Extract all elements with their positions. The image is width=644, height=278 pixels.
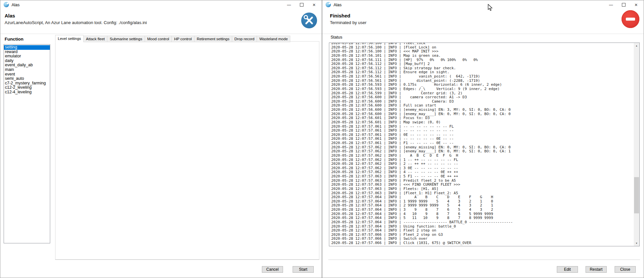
header-divider: [0, 34, 322, 34]
mouse-cursor: [488, 4, 493, 11]
minimize-button[interactable]: —: [605, 0, 617, 9]
edit-button[interactable]: Edit: [557, 266, 578, 273]
scroll-up-button[interactable]: ▲: [634, 43, 639, 48]
alas-config-window: Alas — ✕ Alas AzurLaneAutoScript, An Azu…: [0, 0, 322, 278]
function-list-item[interactable]: event_daily_ab: [4, 63, 50, 68]
close-button[interactable]: ✕: [308, 0, 320, 9]
function-list: settingrewardemulatordailyevent_daily_ab…: [4, 44, 50, 243]
button-area-divider: [328, 260, 640, 260]
settings-tab-strip: Level settingsAttack fleetSubmarine sett…: [55, 35, 290, 42]
function-list-item[interactable]: event: [4, 72, 50, 77]
titlebar[interactable]: Alas — ✕: [322, 0, 644, 9]
close-icon: ✕: [312, 3, 316, 7]
scroll-up-icon: ▲: [635, 45, 638, 47]
scroll-down-button[interactable]: ▼: [634, 240, 639, 246]
function-list-item[interactable]: c12-2_leveling: [4, 85, 50, 90]
alas-log-window: Alas — ✕ Finished Terminated by user Sta…: [322, 0, 644, 278]
function-list-item[interactable]: c7-2_mystery_farming: [4, 81, 50, 86]
stop-icon: [622, 10, 639, 28]
settings-tab[interactable]: Mood control: [145, 36, 172, 42]
log-scrollbar[interactable]: ▲ ▼: [634, 43, 639, 246]
tools-icon: [301, 13, 317, 28]
window-title: Alas: [334, 3, 341, 7]
log-line: 2020-05-28 12:07:57.064 | INFO | 3 9 8 7…: [331, 208, 633, 212]
restart-button[interactable]: Restart: [586, 266, 607, 273]
function-list-item[interactable]: main: [4, 68, 50, 72]
log-line: 2020-05-28 12:07:57.061 | INFO | F1 -- -…: [331, 141, 633, 145]
settings-tab[interactable]: HP control: [171, 36, 194, 42]
log-line: 2020-05-28 12:07:56.100 | INFO | <<< MAP…: [331, 49, 633, 54]
log-line: 2020-05-28 12:07:56.112 | INFO | [Map_bu…: [331, 62, 633, 66]
run-state-subtitle: Terminated by user: [330, 20, 367, 25]
settings-tab[interactable]: Drop record: [232, 36, 257, 42]
cancel-button[interactable]: Cancel: [262, 266, 283, 273]
log-line: 2020-05-28 12:07:57.062 | INFO | A B C D…: [331, 154, 633, 158]
log-output[interactable]: 2020-05-28 12:07:56.100 | INFO | fleet_l…: [329, 43, 640, 246]
window-title: Alas: [12, 3, 19, 7]
settings-tab[interactable]: Retirement settings: [194, 36, 232, 42]
settings-tab[interactable]: Attack fleet: [83, 36, 107, 42]
minimize-button[interactable]: —: [283, 0, 295, 9]
maximize-button[interactable]: [295, 0, 308, 9]
minimize-icon: —: [287, 3, 291, 7]
start-button[interactable]: Start: [293, 266, 314, 273]
log-line: 2020-05-28 12:07:57.064 | INFO | Fleet 2…: [331, 229, 633, 233]
log-line: 2020-05-28 12:07:56.593 | INFO | Edges: …: [331, 87, 633, 91]
log-line: 2020-05-28 12:07:57.063 | INFO | 5 F1 --…: [331, 174, 633, 179]
button-area-divider: [55, 260, 319, 260]
minimize-icon: —: [609, 3, 613, 7]
page-title: Alas: [5, 13, 15, 18]
log-line: 2020-05-28 12:07:57.063 | INFO | <<< FIN…: [331, 183, 633, 187]
close-button[interactable]: ✕: [630, 0, 642, 9]
log-line: 2020-05-28 12:07:57.064 | INFO | 5 11 10…: [331, 216, 633, 220]
function-list-item[interactable]: reward: [4, 50, 50, 54]
maximize-icon: [300, 3, 304, 7]
close-window-button[interactable]: Close: [615, 266, 636, 273]
log-line: 2020-05-28 12:07:57.063 | INFO | Fleets:…: [331, 187, 633, 191]
run-state-title: Finished: [330, 13, 350, 18]
function-list-item[interactable]: semi_auto: [4, 77, 50, 81]
log-line: 2020-05-28 12:07:56.561 | INFO | vanish_…: [331, 75, 633, 79]
alas-logo-icon: [4, 2, 9, 7]
function-list-item[interactable]: setting: [4, 45, 50, 50]
log-line: 2020-05-28 12:07:57.062 | INFO | [enemy_…: [331, 149, 633, 154]
settings-tab[interactable]: Wasteland mode: [257, 36, 290, 42]
alas-logo-icon: [326, 2, 331, 7]
log-lines: 2020-05-28 12:07:56.100 | INFO | fleet_l…: [331, 43, 633, 245]
log-line: 2020-05-28 12:07:56.601 | INFO | Focus t…: [331, 116, 633, 120]
log-line: 2020-05-28 12:07:57.066 | INFO | Click (…: [331, 241, 633, 245]
function-list-item[interactable]: emulator: [4, 54, 50, 59]
log-line: 2020-05-28 12:07:56.593 | INFO | 0.175s …: [331, 83, 633, 87]
log-line: 2020-05-28 12:07:56.601 | INFO | Map swi…: [331, 120, 633, 125]
log-line: 2020-05-28 12:07:56.101 | INFO | Map is …: [331, 54, 633, 58]
log-line: 2020-05-28 12:07:57.061 | INFO | -- -- -…: [331, 129, 633, 133]
maximize-button[interactable]: [617, 0, 630, 9]
log-line: 2020-05-28 12:07:56.600 | INFO | [enemy_…: [331, 108, 633, 112]
header-divider: [322, 34, 644, 34]
log-line: 2020-05-28 12:07:56.600 | INFO | camera …: [331, 95, 633, 100]
close-icon: ✕: [634, 3, 638, 7]
titlebar[interactable]: Alas — ✕: [0, 0, 322, 9]
settings-pane: [55, 41, 319, 260]
function-list-item[interactable]: c12-4_leveling: [4, 90, 50, 95]
scroll-down-icon: ▼: [635, 242, 638, 244]
settings-tab[interactable]: Level settings: [55, 35, 84, 42]
page-subtitle: AzurLaneAutoScript, An Azur Lane automat…: [5, 20, 147, 25]
desktop: Alas — ✕ Alas AzurLaneAutoScript, An Azu…: [0, 0, 644, 278]
log-line: 2020-05-28 12:07:57.064 | INFO | A B C D…: [331, 195, 633, 200]
log-line: 2020-05-28 12:07:57.064 | INFO | -------…: [331, 220, 633, 225]
function-label: Function: [5, 37, 23, 42]
log-line: 2020-05-28 12:07:57.062 | INFO | 2 -- ++…: [331, 162, 633, 166]
function-list-item[interactable]: daily: [4, 59, 50, 63]
scrollbar-thumb[interactable]: [634, 177, 639, 213]
settings-tab[interactable]: Submarine settings: [107, 36, 145, 42]
maximize-icon: [622, 3, 626, 7]
status-label: Status: [331, 35, 342, 40]
